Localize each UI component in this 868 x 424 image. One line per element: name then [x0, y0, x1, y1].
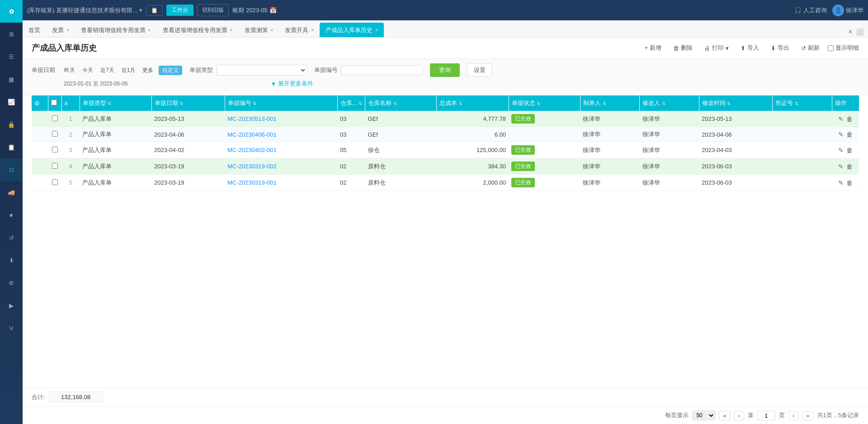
edit-icon[interactable]: ✎ [838, 163, 844, 170]
row-checkbox[interactable] [52, 163, 58, 169]
last-page-btn[interactable]: » [802, 411, 813, 420]
col-doc-num[interactable]: 单据编号 ⇅ [225, 95, 337, 111]
display-detail-checkbox[interactable] [828, 45, 834, 51]
workbench-btn[interactable]: 工作台 [166, 5, 193, 16]
sort-doc-date-icon[interactable]: ⇅ [179, 101, 183, 106]
doc-num-link[interactable]: MC-20230402-001 [227, 147, 276, 153]
page-number-input[interactable] [757, 411, 775, 420]
sidebar-item-home[interactable]: ⊞ [0, 23, 23, 45]
delete-row-icon[interactable]: 🗑 [846, 179, 853, 186]
setting-btn[interactable]: 设置 [467, 63, 492, 77]
date-more[interactable]: 更多 [141, 66, 155, 75]
sort-creator-icon[interactable]: ⇅ [603, 101, 606, 106]
sidebar-item-star[interactable]: ★ [0, 204, 23, 226]
tab-invoice-open-close[interactable]: × [311, 28, 314, 33]
app-logo[interactable]: ✿ [0, 0, 23, 23]
prev-page-btn[interactable]: ‹ [734, 411, 744, 420]
settings-col-icon[interactable]: ⚙ [34, 100, 40, 107]
col-modifier[interactable]: 修改人 ⇅ [640, 95, 699, 111]
doc-num-input[interactable] [341, 65, 423, 75]
sort-doc-num-icon[interactable]: ⇅ [253, 101, 256, 106]
export-btn[interactable]: ⬇ 导出 [767, 42, 793, 54]
doc-num-link[interactable]: MC-20230513-001 [227, 115, 276, 122]
sort-total-cost-icon[interactable]: ⇅ [459, 101, 462, 106]
print-dropdown-icon[interactable]: ▾ [726, 45, 729, 52]
sidebar-item-settings[interactable]: ⚙ [0, 272, 23, 294]
row-checkbox[interactable] [52, 179, 58, 185]
import-btn[interactable]: ⬆ 导入 [737, 42, 763, 54]
col-warehouse-name[interactable]: 仓库名称 ⇅ [365, 95, 437, 111]
calendar-icon[interactable]: 📅 [269, 7, 277, 14]
tab-purchase-vat-close[interactable]: × [230, 28, 233, 33]
tab-sales-vat-close[interactable]: × [148, 28, 151, 33]
sidebar-item-note[interactable]: 📋 [0, 136, 23, 158]
date-today[interactable]: 今天 [80, 66, 95, 75]
refresh-btn[interactable]: ↺ 刷新 [797, 42, 823, 54]
delete-btn[interactable]: 🗑 删除 [670, 42, 696, 54]
delete-row-icon[interactable]: 🗑 [846, 115, 853, 123]
sidebar-item-truck[interactable]: 🚚 [0, 181, 23, 204]
sidebar-item-vip[interactable]: V [0, 317, 23, 339]
sidebar-item-chart[interactable]: ▦ [0, 68, 23, 91]
sidebar-item-analysis[interactable]: 📈 [0, 91, 23, 113]
sort-modifier-icon[interactable]: ⇅ [662, 101, 665, 106]
row-checkbox-cell[interactable] [48, 142, 61, 158]
date-7days[interactable]: 近7天 [99, 66, 116, 75]
edit-icon[interactable]: ✎ [838, 115, 844, 123]
tab-product-history-close[interactable]: × [375, 28, 378, 33]
tab-invoice-close[interactable]: × [66, 28, 69, 33]
display-detail-toggle[interactable]: 显示明细 [828, 44, 859, 52]
tab-close-icon[interactable]: × [849, 28, 852, 35]
edit-icon[interactable]: ✎ [838, 131, 844, 138]
per-page-select[interactable]: 50 100 200 [692, 410, 715, 420]
select-all-checkbox[interactable] [51, 100, 57, 105]
row-checkbox-cell[interactable] [48, 127, 61, 142]
sort-modify-time-icon[interactable]: ⇅ [727, 101, 731, 106]
switch-version-btn[interactable]: 切到旧版 [197, 4, 229, 16]
date-1month[interactable]: 近1月 [120, 66, 137, 75]
row-doc-num[interactable]: MC-20230406-001 [225, 127, 337, 142]
tab-maximize-icon[interactable]: ⬜ [856, 28, 863, 35]
col-warehouse-code[interactable]: 仓库... ⇅ [337, 95, 365, 111]
date-custom[interactable]: 自定义 [159, 66, 182, 75]
sidebar-item-lock[interactable]: 🔒 [0, 113, 23, 136]
date-yesterday[interactable]: 昨天 [62, 66, 77, 75]
sort-voucher-num-icon[interactable]: ⇅ [795, 101, 798, 106]
tab-purchase-vat[interactable]: 查看进项增值税专用发票 × [157, 23, 239, 37]
tab-sales-vat[interactable]: 查看销项增值税专用发票 × [75, 23, 157, 37]
tab-invoice-calc[interactable]: 发票测算 × [239, 23, 279, 37]
row-doc-num[interactable]: MC-20230513-001 [225, 111, 337, 127]
delete-row-icon[interactable]: 🗑 [846, 147, 853, 154]
tab-invoice-open[interactable]: 发票开具 × [279, 23, 320, 37]
row-checkbox-cell[interactable] [48, 158, 61, 175]
help-btn[interactable]: 🎧 人工咨询 [794, 6, 827, 14]
sidebar-item-download[interactable]: ⬇ [0, 249, 23, 272]
col-doc-type[interactable]: 单据类型 ⇅ [80, 95, 151, 111]
tab-home[interactable]: 首页 [23, 23, 46, 37]
dropdown-icon[interactable]: ▾ [139, 7, 142, 14]
delete-row-icon[interactable]: 🗑 [846, 163, 853, 170]
sidebar-item-video[interactable]: ▶ [0, 294, 23, 317]
new-btn[interactable]: + 新增 [641, 42, 665, 54]
row-checkbox-cell[interactable] [48, 175, 61, 191]
first-page-btn[interactable]: « [719, 411, 730, 420]
sidebar-item-warehouse[interactable]: ⊡ [0, 158, 23, 181]
col-total-cost[interactable]: 总成本 ⇅ [437, 95, 509, 111]
row-doc-num[interactable]: MC-20230402-001 [225, 142, 337, 158]
row-doc-num[interactable]: MC-20230319-002 [225, 158, 337, 175]
col-doc-date[interactable]: 单据日期 ⇅ [151, 95, 225, 111]
doc-type-select[interactable] [217, 65, 307, 76]
tab-invoice-calc-close[interactable]: × [271, 28, 274, 33]
col-settings[interactable]: ⚙ [32, 95, 48, 111]
sort-warehouse-name-icon[interactable]: ⇅ [393, 101, 397, 106]
query-btn[interactable]: 查询 [430, 63, 460, 77]
row-checkbox-cell[interactable] [48, 111, 61, 127]
col-creator[interactable]: 制单人 ⇅ [580, 95, 639, 111]
col-checkbox[interactable] [48, 95, 61, 111]
copy-btn[interactable]: 📋 [146, 5, 163, 16]
col-voucher-num[interactable]: 凭证号 ⇅ [772, 95, 832, 111]
row-doc-num[interactable]: MC-20230319-001 [225, 175, 337, 191]
col-doc-status[interactable]: 单据状态 ⇅ [509, 95, 580, 111]
sidebar-item-docs[interactable]: ☰ [0, 45, 23, 68]
expand-conditions-btn[interactable]: ▼ 展开更多条件 [270, 80, 313, 88]
